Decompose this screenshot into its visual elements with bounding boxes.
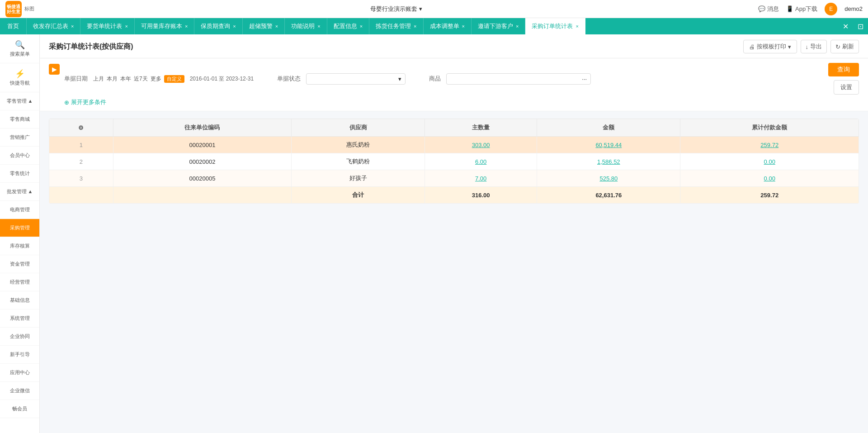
row-qty: 6.00 <box>425 153 537 170</box>
table-header-gear[interactable]: ⚙ <box>49 119 113 137</box>
sidebar-item-enterprise[interactable]: 企业协同 <box>0 328 39 346</box>
tab-close-icon[interactable]: × <box>275 24 278 29</box>
tab-config-info[interactable]: 配置信息 × <box>327 18 369 34</box>
tab-label: 要货单统计表 <box>87 22 122 30</box>
tab-label: 采购订单统计表 <box>532 22 573 30</box>
tab-close-icon[interactable]: × <box>516 24 519 29</box>
template-print-button[interactable]: 🖨 按模板打印 ▾ <box>743 40 797 53</box>
tab-function-desc[interactable]: 功能说明 × <box>285 18 327 34</box>
tab-close-icon[interactable]: × <box>317 24 320 29</box>
shortcut-more[interactable]: 更多 <box>151 75 161 83</box>
shortcut-this-month[interactable]: 本月 <box>107 75 118 83</box>
sidebar-item-new-guide[interactable]: 新手引导 <box>0 346 39 364</box>
tab-close-icon[interactable]: × <box>71 24 74 29</box>
export-button[interactable]: ↓ 导出 <box>801 40 827 53</box>
tab-home[interactable]: 首页 <box>0 18 27 34</box>
tab-label: 可用量库存账本 <box>141 22 182 30</box>
sidebar-item-marketing[interactable]: 营销推广 <box>0 128 39 147</box>
sidebar-item-wholesale[interactable]: 批发管理 ▲ <box>0 183 39 201</box>
row-supplier: 飞鹤奶粉 <box>292 153 425 170</box>
filter-toggle-button[interactable]: ▶ <box>49 64 60 75</box>
tab-close-icon[interactable]: × <box>414 24 416 29</box>
row-paid: 259.72 <box>680 137 859 153</box>
tab-close-icon[interactable]: × <box>360 24 363 29</box>
sidebar-item-retail[interactable]: 零售管理 ▲ <box>0 92 39 110</box>
expand-more-button[interactable]: ⊕ 展开更多条件 <box>64 98 859 106</box>
footer-empty <box>49 187 113 204</box>
tab-receive-summary[interactable]: 收发存汇总表 × <box>27 18 80 34</box>
message-label: 消息 <box>767 5 779 13</box>
sidebar-item-search[interactable]: 🔍 搜索菜单 <box>0 34 39 63</box>
logo-icon: 畅捷通好生意 <box>5 1 22 17</box>
table-body: 1 00020001 惠氏奶粉 303.00 60,519.44 259.72 … <box>49 137 859 187</box>
date-from-display: 2016-01-01 至 2023-12-31 <box>190 75 254 83</box>
shortcut-this-year[interactable]: 本年 <box>120 75 131 83</box>
status-select[interactable]: ▾ <box>306 73 406 85</box>
message-button[interactable]: 💬 消息 <box>758 5 779 13</box>
goods-value <box>450 76 452 82</box>
table-footer-row: 合计 316.00 62,631.76 259.72 <box>49 187 859 204</box>
refresh-label: 刷新 <box>842 43 854 51</box>
avatar-text: E <box>829 6 833 12</box>
table-row[interactable]: 3 00020005 好孩子 7.00 525.80 0.00 <box>49 170 859 187</box>
tab-close-all-button[interactable]: ✕ <box>838 22 853 31</box>
shortcut-last-month[interactable]: 上月 <box>93 75 104 83</box>
sidebar-item-finance[interactable]: 资金管理 <box>0 255 39 273</box>
sidebar-item-purchase[interactable]: 采购管理 <box>0 219 39 237</box>
status-dropdown-icon: ▾ <box>398 76 401 82</box>
user-avatar[interactable]: E <box>825 3 837 15</box>
sidebar-item-member[interactable]: 会员中心 <box>0 147 39 165</box>
expand-icon: ⊕ <box>64 99 69 106</box>
tab-close-icon[interactable]: × <box>125 24 127 29</box>
tab-overstock-warning[interactable]: 超储预警 × <box>243 18 285 34</box>
tab-available-stock[interactable]: 可用量库存账本 × <box>135 18 194 34</box>
tab-close-icon[interactable]: × <box>185 24 188 29</box>
sidebar-item-basic-info[interactable]: 基础信息 <box>0 291 39 309</box>
custom-date-tag[interactable]: 自定义 <box>164 75 184 83</box>
sidebar-item-ecommerce[interactable]: 电商管理 <box>0 201 39 219</box>
tab-label: 成本调整单 <box>430 22 459 30</box>
sidebar: 🔍 搜索菜单 ⚡ 快捷导航 零售管理 ▲ 零售商城 营销推广 会员中心 零售统计… <box>0 34 40 433</box>
footer-total-qty: 316.00 <box>425 187 537 204</box>
tab-close-icon[interactable]: × <box>233 24 236 29</box>
status-value <box>310 76 312 82</box>
tab-close-icon[interactable]: × <box>462 24 465 29</box>
goods-more-icon: ··· <box>582 76 587 82</box>
tab-pick-task[interactable]: 拣货任务管理 × <box>369 18 423 34</box>
tab-invite-downstream[interactable]: 邀请下游客户 × <box>472 18 525 34</box>
sidebar-item-quicknav[interactable]: ⚡ 快捷导航 <box>0 63 39 92</box>
export-label: 导出 <box>810 43 822 51</box>
top-right-area: 💬 消息 📱 App下载 E demo2 <box>758 3 863 15</box>
user-name[interactable]: demo2 <box>844 5 863 12</box>
sidebar-item-app-center[interactable]: 应用中心 <box>0 364 39 382</box>
sidebar-item-retail-stats[interactable]: 零售统计 <box>0 165 39 183</box>
row-qty: 7.00 <box>425 170 537 187</box>
sidebar-item-enterprise-wechat[interactable]: 企业微信 <box>0 382 39 400</box>
setting-button[interactable]: 设置 <box>834 80 859 95</box>
row-supplier: 惠氏奶粉 <box>292 137 425 153</box>
tab-goods-stats[interactable]: 要货单统计表 × <box>80 18 134 34</box>
query-button[interactable]: 查询 <box>828 63 859 76</box>
tab-purchase-stats[interactable]: 采购订单统计表 × <box>525 18 585 34</box>
tab-maximize-button[interactable]: ⊡ <box>853 22 868 31</box>
refresh-button[interactable]: ↻ 刷新 <box>830 40 859 53</box>
message-icon: 💬 <box>758 5 765 12</box>
shortcut-7days[interactable]: 近7天 <box>134 75 148 83</box>
filter-row-1: 单据日期 上月 本月 本年 近7天 更多 自定义 2016-01-01 至 20… <box>64 63 859 95</box>
goods-input[interactable]: ··· <box>446 73 591 85</box>
table-row[interactable]: 1 00020001 惠氏奶粉 303.00 60,519.44 259.72 <box>49 137 859 153</box>
row-qty: 303.00 <box>425 137 537 153</box>
workspace-selector[interactable]: 母婴行业演示账套 ▾ <box>370 5 422 13</box>
sidebar-item-system[interactable]: 系统管理 <box>0 309 39 328</box>
sidebar-item-retail-store[interactable]: 零售商城 <box>0 110 39 128</box>
sidebar-item-inventory[interactable]: 库存核算 <box>0 237 39 255</box>
sidebar-item-operations[interactable]: 经营管理 <box>0 273 39 291</box>
tab-cost-adjust[interactable]: 成本调整单 × <box>424 18 472 34</box>
search-icon: 🔍 <box>15 40 25 50</box>
app-download-button[interactable]: 📱 App下载 <box>786 5 817 13</box>
table-row[interactable]: 2 00020002 飞鹤奶粉 6.00 1,586.52 0.00 <box>49 153 859 170</box>
sidebar-item-member2[interactable]: 畅会员 <box>0 400 39 418</box>
tab-close-icon[interactable]: × <box>576 24 578 29</box>
tab-expiry-query[interactable]: 保质期查询 × <box>194 18 242 34</box>
table-header-qty: 主数量 <box>425 119 537 137</box>
